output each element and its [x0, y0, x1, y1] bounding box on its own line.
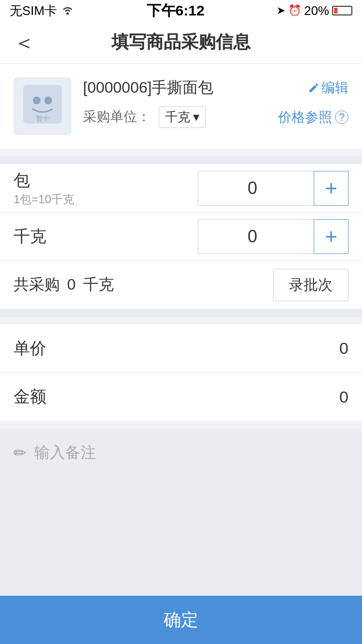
main-content: 智十 [0000006]手撕面包 编辑 采购单位： 千克 [0, 64, 362, 644]
input-section: 包 1包=10千克 + 千克 + [0, 164, 362, 261]
svg-point-0 [67, 12, 69, 14]
page-title: 填写商品采购信息 [111, 30, 251, 54]
product-image: 智十 [14, 77, 71, 135]
product-header: [0000006]手撕面包 编辑 [83, 77, 348, 98]
wifi-signal-icon [61, 3, 74, 18]
summary-row: 共采购 0 千克 录批次 [0, 261, 362, 309]
unit-price-row: 单价 0 [0, 324, 362, 373]
confirm-button[interactable]: 确定 [0, 596, 362, 644]
price-ref-label: 价格参照 [278, 108, 332, 126]
bao-input[interactable] [198, 171, 314, 206]
price-section: 单价 0 金额 0 [0, 324, 362, 421]
alarm-icon: ⏰ [288, 4, 301, 17]
product-logo: 智十 [23, 85, 62, 128]
remark-section[interactable]: ✏ 输入备注 [0, 429, 362, 477]
product-info: [0000006]手撕面包 编辑 采购单位： 千克 ▾ 价格 [83, 77, 348, 128]
divider-1 [0, 156, 362, 164]
product-section: 智十 [0000006]手撕面包 编辑 采购单位： 千克 [0, 64, 362, 149]
amount-value: 0 [339, 388, 348, 406]
unit-label: 采购单位： [83, 109, 151, 124]
status-bar-left: 无SIM卡 [10, 2, 74, 19]
remark-placeholder: 输入备注 [34, 442, 96, 463]
summary-value: 0 [67, 276, 76, 293]
kg-field-group: + [198, 219, 348, 254]
bao-label: 包 [14, 169, 74, 192]
amount-row: 金额 0 [0, 373, 362, 421]
product-unit-row: 采购单位： 千克 ▾ 价格参照 ? [83, 106, 348, 128]
edit-button[interactable]: 编辑 [308, 79, 348, 97]
summary-prefix: 共采购 [14, 276, 60, 293]
summary-label: 共采购 0 千克 [14, 274, 114, 295]
back-button[interactable]: ＜ [14, 32, 35, 53]
status-bar-right: ➤ ⏰ 20% [277, 3, 352, 18]
unit-price-label: 单价 [14, 337, 46, 360]
carrier-text: 无SIM卡 [10, 2, 57, 19]
pencil-icon: ✏ [14, 444, 27, 462]
kg-label-group: 千克 [14, 225, 46, 248]
unit-dropdown[interactable]: 千克 ▾ [159, 106, 206, 128]
product-name: [0000006]手撕面包 [83, 77, 213, 98]
bao-input-row: 包 1包=10千克 + [0, 164, 362, 212]
status-bar-time: 下午6:12 [147, 1, 205, 21]
battery-percent: 20% [304, 3, 329, 18]
divider-2 [0, 309, 362, 317]
bao-plus-button[interactable]: + [314, 171, 348, 206]
svg-point-2 [33, 97, 41, 104]
battery-icon [332, 6, 352, 15]
kg-input[interactable] [198, 219, 314, 254]
bao-sub-label: 1包=10千克 [14, 192, 74, 207]
bao-field-group: + [198, 171, 348, 206]
unit-price-value: 0 [339, 339, 348, 358]
amount-label: 金额 [14, 386, 46, 408]
bao-label-group: 包 1包=10千克 [14, 169, 74, 207]
svg-point-3 [44, 97, 52, 104]
kg-label: 千克 [14, 225, 46, 248]
nav-bar: ＜ 填写商品采购信息 [0, 21, 362, 64]
back-icon: ＜ [14, 30, 35, 54]
kg-input-row: 千克 + [0, 212, 362, 261]
edit-label: 编辑 [321, 79, 348, 97]
kg-plus-button[interactable]: + [314, 219, 348, 254]
dropdown-arrow-icon: ▾ [193, 110, 199, 125]
location-icon: ➤ [277, 4, 285, 17]
unit-selector[interactable]: 采购单位： 千克 ▾ [83, 106, 206, 128]
status-bar: 无SIM卡 下午6:12 ➤ ⏰ 20% [0, 0, 362, 21]
summary-unit: 千克 [83, 276, 114, 293]
svg-text:智十: 智十 [36, 114, 49, 122]
help-icon: ? [335, 111, 348, 124]
unit-value: 千克 [165, 109, 190, 126]
record-batch-button[interactable]: 录批次 [273, 269, 348, 301]
price-ref-button[interactable]: 价格参照 ? [278, 108, 348, 126]
